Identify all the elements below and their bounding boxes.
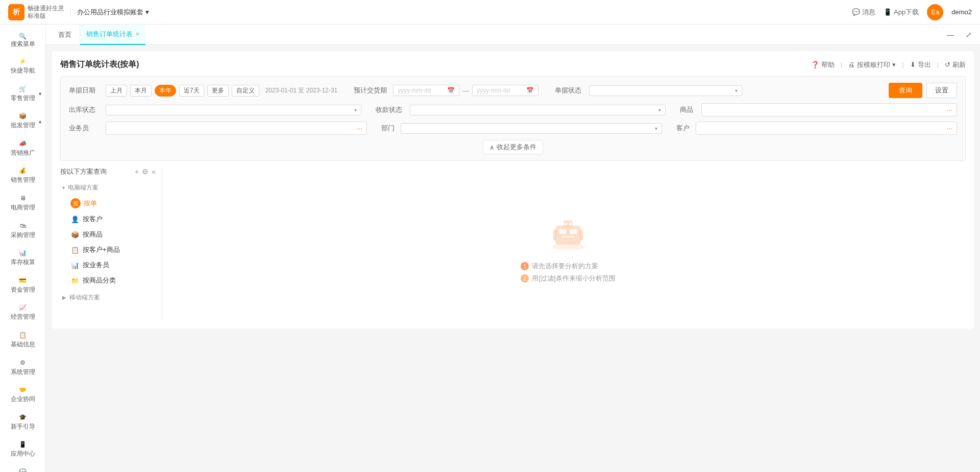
tab-home[interactable]: 首页 bbox=[50, 25, 80, 45]
enterprise-icon: 🤝 bbox=[19, 386, 27, 393]
sidebar-wholesale[interactable]: 📦 批发管理 ▴ bbox=[0, 107, 45, 135]
sidebar-search[interactable]: 🔍 搜索菜单 bbox=[0, 29, 45, 53]
template-print-btn[interactable]: 🖨 按模板打印 ▾ bbox=[848, 60, 896, 69]
help-btn[interactable]: ❓ 帮助 bbox=[811, 60, 835, 69]
right-panel: 1 请先选择要分析的方案 2 用[过滤]条件来缩小分析范围 bbox=[162, 167, 966, 320]
sidebar-basic[interactable]: 📋 基础信息 bbox=[0, 326, 45, 354]
expected-date-from[interactable]: yyyy-mm-dd 📅 bbox=[393, 85, 459, 96]
sidebar-enterprise[interactable]: 🤝 企业协同 bbox=[0, 381, 45, 409]
calendar-icon: 📅 bbox=[447, 87, 455, 94]
system-icon: ⚙ bbox=[20, 359, 26, 366]
user-avatar[interactable]: Ea bbox=[927, 4, 943, 20]
sidebar-quick-nav[interactable]: ⚡ 快捷导航 bbox=[0, 53, 45, 80]
scheme-item-5[interactable]: 📁 按商品分类 bbox=[68, 273, 156, 288]
scheme-item-1[interactable]: 👤 按客户 bbox=[68, 211, 156, 227]
date-range-text: 2023-01-01 至 2023-12-31 bbox=[265, 86, 337, 95]
scheme-img-2: 📦 bbox=[70, 230, 80, 239]
sidebar-inventory[interactable]: 📊 库存核算 bbox=[0, 244, 45, 272]
scheme-settings-btn[interactable]: ⚙ bbox=[142, 168, 149, 176]
left-panel: 按以下方案查询 + ⚙ « ▾ 电脑端方案 bbox=[60, 167, 162, 320]
date-btn-this-month[interactable]: 本月 bbox=[130, 85, 152, 97]
sidebar-retail[interactable]: 🛒 零售管理 ▾ bbox=[0, 80, 45, 108]
print-dropdown-icon: ▾ bbox=[892, 61, 896, 68]
expected-date-to[interactable]: yyyy-mm-dd 📅 bbox=[472, 85, 538, 96]
payment-status-label: 收款状态 bbox=[376, 105, 404, 114]
sidebar-marketing[interactable]: 📣 营销推广 bbox=[0, 135, 45, 162]
settings-btn[interactable]: 设置 bbox=[926, 83, 957, 98]
dept-select[interactable]: ▾ bbox=[401, 123, 662, 134]
basic-icon: 📋 bbox=[19, 332, 27, 339]
date-btn-this-year[interactable]: 本年 bbox=[155, 85, 176, 97]
topbar-left: 析 畅捷通好生意 标准版 办公用品行业模拟账套 ▾ bbox=[8, 4, 149, 20]
expand-btn[interactable]: ∧ 收起更多条件 bbox=[483, 140, 543, 154]
tab-current[interactable]: 销售订单统计表 × bbox=[80, 25, 145, 45]
sidebar-finance[interactable]: 💳 资金管理 bbox=[0, 272, 45, 299]
export-btn[interactable]: ⬇ 导出 bbox=[910, 60, 931, 69]
retail-icon: 🛒 bbox=[19, 85, 27, 92]
print-icon: 🖨 bbox=[848, 61, 855, 68]
app-selector[interactable]: 办公用品行业模拟账套 ▾ bbox=[70, 8, 149, 17]
marketing-icon: 📣 bbox=[19, 140, 27, 147]
date-btn-custom[interactable]: 自定义 bbox=[232, 85, 259, 97]
scheme-img-4: 📊 bbox=[70, 261, 80, 270]
filter-row-2: 出库状态 ▾ 收款状态 ▾ 商品 ··· bbox=[69, 103, 957, 116]
sidebar-sales[interactable]: 💰 销售管理 bbox=[0, 162, 45, 190]
salesperson-dots-btn[interactable]: ··· bbox=[356, 124, 362, 132]
sidebar-system[interactable]: ⚙ 系统管理 bbox=[0, 354, 45, 382]
message-btn[interactable]: 💬 消息 bbox=[852, 8, 875, 17]
scheme-img-3: 📋 bbox=[70, 245, 80, 254]
customer-dots-btn[interactable]: ··· bbox=[946, 124, 952, 132]
sidebar-purchase[interactable]: 🛍 采购管理 bbox=[0, 217, 45, 245]
add-scheme-btn[interactable]: + bbox=[135, 168, 139, 176]
tree-section-mobile[interactable]: ▶ 移动端方案 bbox=[60, 290, 156, 305]
sidebar-ecommerce[interactable]: 🖥 电商管理 bbox=[0, 190, 45, 217]
left-panel-icons: + ⚙ « bbox=[135, 168, 156, 176]
scheme-item-2[interactable]: 📦 按商品 bbox=[68, 227, 156, 242]
sidebar-wechat[interactable]: 💬 企业微信 bbox=[0, 463, 45, 472]
tab-minimize-btn[interactable]: — bbox=[943, 28, 958, 42]
purchase-icon: 🛍 bbox=[20, 222, 26, 229]
scheme-item-3[interactable]: 📋 按客户+商品 bbox=[68, 242, 156, 257]
page-actions: ❓ 帮助 | 🖨 按模板打印 ▾ | ⬇ 导出 bbox=[811, 60, 966, 69]
tree-expand-mobile: ▶ bbox=[62, 295, 66, 300]
hint-num-1: 1 bbox=[521, 262, 529, 270]
bill-status-label: 单据状态 bbox=[555, 86, 583, 95]
tree-children-pc: 按 按单 👤 按客户 📦 按商品 bbox=[60, 195, 156, 288]
payment-status-select[interactable]: ▾ bbox=[410, 105, 666, 115]
goods-input[interactable]: ··· bbox=[701, 103, 957, 116]
tab-bar: 首页 销售订单统计表 × — ⤢ bbox=[46, 25, 980, 45]
scheme-item-4[interactable]: 📊 按业务员 bbox=[68, 257, 156, 273]
customer-input[interactable]: ··· bbox=[696, 122, 957, 135]
salesperson-input[interactable]: ··· bbox=[106, 122, 367, 135]
tab-maximize-btn[interactable]: ⤢ bbox=[962, 28, 976, 42]
scheme-item-0[interactable]: 按 按单 bbox=[68, 195, 156, 211]
svg-rect-3 bbox=[570, 229, 577, 234]
refresh-btn[interactable]: ↺ 刷新 bbox=[945, 60, 966, 69]
sidebar-appstore[interactable]: 📱 应用中心 bbox=[0, 436, 45, 463]
logo-area: 析 畅捷通好生意 标准版 bbox=[8, 4, 64, 20]
goods-dots-btn[interactable]: ··· bbox=[946, 106, 952, 114]
payment-status-arrow: ▾ bbox=[658, 107, 661, 113]
inventory-icon: 📊 bbox=[19, 249, 27, 256]
date-btn-last7[interactable]: 近7天 bbox=[179, 85, 204, 97]
bill-status-select[interactable]: ▾ bbox=[589, 85, 742, 96]
quick-nav-icon: ⚡ bbox=[19, 58, 27, 65]
collapse-panel-btn[interactable]: « bbox=[152, 168, 156, 176]
hint-num-2: 2 bbox=[521, 274, 529, 282]
date-btn-more[interactable]: 更多 bbox=[207, 85, 229, 97]
customer-label: 客户 bbox=[676, 124, 690, 133]
logo-text: 畅捷通好生意 标准版 bbox=[28, 5, 64, 19]
empty-hint-1: 1 请先选择要分析的方案 bbox=[521, 262, 615, 271]
empty-hint-2: 2 用[过滤]条件来缩小分析范围 bbox=[521, 274, 615, 283]
dept-label: 部门 bbox=[381, 124, 395, 133]
topbar-right: 💬 消息 📱 App下载 Ea demo2 bbox=[852, 4, 972, 20]
mobile-section: ▶ 移动端方案 bbox=[60, 290, 156, 305]
sidebar-operations[interactable]: 📈 经营管理 bbox=[0, 299, 45, 326]
tab-close-btn[interactable]: × bbox=[136, 31, 139, 38]
sidebar-newbie[interactable]: 🎓 新手引导 bbox=[0, 409, 45, 436]
app-download-btn[interactable]: 📱 App下载 bbox=[884, 8, 919, 17]
app-name: 办公用品行业模拟账套 bbox=[77, 8, 143, 17]
date-btn-last-month[interactable]: 上月 bbox=[106, 85, 127, 97]
query-btn[interactable]: 查询 bbox=[889, 83, 922, 98]
out-status-select[interactable]: ▾ bbox=[106, 105, 361, 115]
